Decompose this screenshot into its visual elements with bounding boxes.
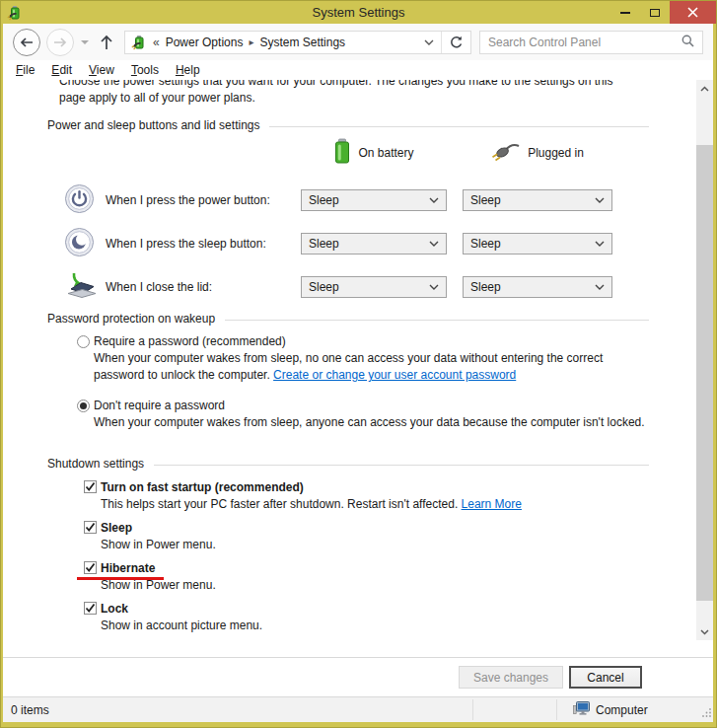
close-icon (687, 7, 698, 18)
search-input[interactable] (488, 36, 681, 49)
checkbox-label[interactable]: Lock (101, 601, 262, 617)
select-value: Sleep (309, 193, 339, 207)
sleep-checkbox[interactable] (84, 521, 97, 534)
column-plugged-in: Plugged in (463, 138, 612, 168)
checkbox-label[interactable]: Hibernate (101, 560, 155, 576)
checkbox-label[interactable]: Turn on fast startup (recommended) (101, 479, 522, 495)
section-title: Password protection on wakeup (47, 312, 215, 326)
caption-buttons (610, 1, 716, 24)
breadcrumb-separator-icon[interactable]: ▸ (249, 36, 253, 47)
menu-view[interactable]: View (89, 63, 114, 77)
setting-label: When I press the power button: (106, 193, 301, 207)
section-title: Power and sleep buttons and lid settings (47, 118, 259, 132)
checkmark-icon (85, 603, 96, 614)
intro-clipped-line: Choose the power settings that you want … (59, 80, 693, 89)
section-power-buttons-header: Power and sleep buttons and lid settings (47, 118, 649, 132)
resize-grip[interactable] (701, 707, 712, 721)
scroll-down-button[interactable] (696, 623, 713, 640)
back-button[interactable] (13, 29, 40, 56)
intro-text: Choose the power settings that you want … (59, 80, 693, 106)
select-value: Sleep (470, 193, 501, 207)
radio-description: When your computer wakes from sleep, no … (94, 350, 651, 384)
refresh-button[interactable] (441, 32, 470, 53)
radio-option-require-password: Require a password (recommended) When yo… (77, 333, 713, 384)
vertical-scrollbar[interactable] (696, 80, 713, 640)
address-dropdown-button[interactable] (417, 32, 441, 53)
breadcrumb-overflow-chevron[interactable]: « (153, 36, 160, 49)
fast-startup-checkbox[interactable] (84, 480, 97, 493)
menu-help[interactable]: Help (176, 63, 200, 77)
checkbox-option-lock: Lock Show in account picture menu. (84, 601, 713, 634)
cancel-button[interactable]: Cancel (569, 666, 642, 689)
section-password-header: Password protection on wakeup (47, 312, 649, 326)
menu-bar: File Edit View Tools Help (3, 60, 713, 80)
dont-require-password-radio[interactable] (77, 400, 90, 412)
security-zone: Computer (573, 697, 648, 722)
radio-label[interactable]: Don't require a password (94, 398, 645, 413)
sleep-button-plugged-in-select[interactable]: Sleep (463, 233, 612, 255)
breadcrumb-item-power-options[interactable]: Power Options (166, 36, 244, 49)
scrollbar-thumb[interactable] (696, 145, 713, 601)
chevron-down-icon (595, 284, 605, 290)
chevron-down-icon (595, 241, 605, 247)
search-icon[interactable] (681, 35, 694, 50)
setting-label: When I close the lid: (106, 280, 301, 294)
titlebar[interactable]: System Settings (1, 1, 716, 24)
chevron-down-icon (424, 39, 434, 45)
status-bar: 0 items Computer (3, 696, 713, 722)
back-arrow-icon (19, 36, 35, 48)
items-count: 0 items (3, 703, 49, 717)
menu-edit[interactable]: Edit (51, 63, 72, 77)
close-button[interactable] (670, 1, 716, 24)
change-password-link[interactable]: Create or change your user account passw… (273, 368, 516, 382)
section-title: Shutdown settings (47, 457, 144, 471)
up-button[interactable] (97, 32, 116, 53)
power-button-plugged-in-select[interactable]: Sleep (463, 189, 612, 211)
maximize-button[interactable] (640, 1, 670, 24)
power-button-on-battery-select[interactable]: Sleep (301, 189, 447, 211)
setting-row-sleep-button: When I press the sleep button: Sleep Sle… (64, 227, 713, 256)
system-settings-window: System Settings (0, 0, 717, 728)
navigation-bar: « Power Options ▸ System Settings (3, 24, 713, 60)
setting-row-close-lid: When I close the lid: Sleep Sleep (64, 270, 713, 300)
search-box[interactable] (479, 31, 703, 54)
section-shutdown-header: Shutdown settings (47, 457, 649, 471)
chevron-down-icon (429, 241, 439, 247)
require-password-radio[interactable] (77, 335, 90, 348)
breadcrumb: « Power Options ▸ System Settings (125, 35, 417, 50)
radio-label[interactable]: Require a password (recommended) (94, 333, 651, 349)
settings-page: Choose the power settings that you want … (3, 80, 713, 657)
section-rule (269, 126, 649, 127)
save-changes-button[interactable]: Save changes (459, 666, 563, 689)
checkbox-label[interactable]: Sleep (101, 520, 216, 536)
address-bar[interactable]: « Power Options ▸ System Settings (124, 31, 471, 54)
chevron-down-icon (595, 197, 605, 203)
learn-more-link[interactable]: Learn More (462, 497, 522, 511)
column-label: On battery (358, 146, 413, 160)
menu-file[interactable]: File (16, 63, 35, 77)
hibernate-checkbox[interactable] (84, 561, 97, 574)
column-on-battery: On battery (301, 138, 447, 168)
radio-option-dont-require-password: Don't require a password When your compu… (77, 398, 713, 431)
minimize-button[interactable] (610, 1, 640, 24)
menu-tools[interactable]: Tools (131, 63, 159, 77)
battery-icon (333, 138, 351, 168)
checkmark-icon (85, 481, 96, 492)
recent-pages-dropdown[interactable] (81, 40, 89, 44)
up-arrow-icon (100, 35, 113, 50)
close-lid-plugged-in-select[interactable]: Sleep (463, 276, 612, 298)
scroll-up-button[interactable] (696, 80, 713, 97)
setting-row-power-button: When I press the power button: Sleep Sle… (64, 183, 713, 213)
computer-icon (573, 701, 590, 719)
radio-description: When your computer wakes from sleep, any… (94, 414, 645, 431)
window-title: System Settings (1, 1, 716, 24)
power-column-headers: On battery Plugged in (301, 138, 713, 168)
forward-button[interactable] (46, 29, 74, 56)
forward-arrow-icon (52, 36, 68, 48)
lock-checkbox[interactable] (84, 602, 97, 615)
sleep-button-on-battery-select[interactable]: Sleep (301, 233, 447, 255)
close-lid-on-battery-select[interactable]: Sleep (301, 276, 447, 298)
breadcrumb-item-system-settings[interactable]: System Settings (259, 36, 345, 49)
checkmark-icon (85, 522, 96, 533)
select-value: Sleep (470, 280, 501, 294)
